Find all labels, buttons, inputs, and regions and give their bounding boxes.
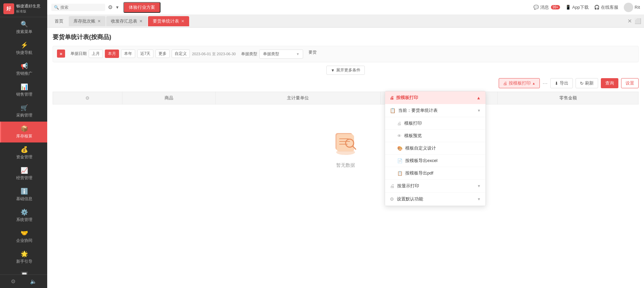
sidebar-label-search: 搜索菜单 <box>16 29 32 35</box>
user-profile[interactable]: Rit <box>624 3 640 12</box>
tab-order-summary[interactable]: 要货单统计表 ✕ <box>148 16 189 26</box>
tab-label-batch: 库存批次账 <box>74 18 95 24</box>
current-template-item[interactable]: 📋 当前：要货单统计表 ▼ <box>385 104 486 117</box>
template-print-item[interactable]: 🖨 模板打印 <box>385 117 486 130</box>
sidebar-item-sales[interactable]: 📊 销售管理 <box>0 80 47 101</box>
headset-icon: 🎧 <box>594 5 599 10</box>
phone-icon: 📱 <box>565 5 571 10</box>
sidebar-footer-speaker[interactable]: 🔈 <box>30 278 37 285</box>
search-input[interactable] <box>60 5 97 10</box>
tab-maximize-icon[interactable]: ⬜ <box>635 18 641 24</box>
settings-button[interactable]: 设置 <box>621 78 639 88</box>
logo-text: 畅捷通好生意 <box>16 4 40 9</box>
tab-home[interactable]: 首页 <box>50 16 68 26</box>
template-excel-item[interactable]: 📄 按模板导出excel <box>385 155 486 167</box>
print-button[interactable]: 🖨 按模板打印 ▲ <box>499 78 540 88</box>
sidebar-item-operation[interactable]: 📈 经营管理 <box>0 163 47 184</box>
sidebar-label-basic: 基础信息 <box>16 196 32 202</box>
date-btn-7days[interactable]: 近7天 <box>137 50 154 58</box>
current-template-icon: 📋 <box>390 108 396 113</box>
category-filter-section: 要货 <box>309 50 317 55</box>
tab-label-receipt: 收发存汇总表 <box>111 18 137 24</box>
tab-close-order[interactable]: ✕ <box>181 19 184 24</box>
sidebar-item-finance[interactable]: 💰 资金管理 <box>0 142 47 163</box>
expand-conditions-button[interactable]: ▼ 展开更多条件 <box>326 66 365 75</box>
sidebar-label-sales: 销售管理 <box>16 92 32 97</box>
template-pdf-item[interactable]: 📋 按模板导出pdf <box>385 167 486 180</box>
sidebar-item-inventory[interactable]: 📦 库存核算 <box>0 122 47 142</box>
sidebar-label-system: 系统管理 <box>16 217 32 223</box>
date-btn-custom[interactable]: 自定义 <box>172 50 190 58</box>
operation-icon: 📈 <box>21 167 28 174</box>
settings-icon[interactable]: ⚙ <box>108 4 113 10</box>
tab-minimize-icon[interactable]: ✕ <box>627 18 632 24</box>
sales-icon: 📊 <box>21 83 28 91</box>
table-gear-icon[interactable]: ⚙ <box>85 95 90 101</box>
empty-text: 暂无数据 <box>336 162 355 168</box>
print-header-icon: 🖨 <box>390 95 394 100</box>
tab-receipt-summary[interactable]: 收发存汇总表 ✕ <box>106 16 147 26</box>
toolbar: 🖨 按模板打印 ▲ 🖨 按模板打印 ▲ <box>53 78 639 88</box>
system-icon: ⚙️ <box>21 209 28 216</box>
date-btn-current-month[interactable]: 本月 <box>105 50 119 58</box>
sidebar-item-quick[interactable]: ⚡ 快捷导航 <box>0 38 47 59</box>
type-filter-select[interactable]: 单据类型 ▼ <box>259 50 303 59</box>
online-service-button[interactable]: 🎧 在线客服 <box>594 4 618 10</box>
sidebar-label-finance: 资金管理 <box>16 154 32 160</box>
avatar <box>624 3 633 12</box>
empty-icon <box>329 125 362 158</box>
dropdown-icon[interactable]: ▼ <box>115 5 119 10</box>
sidebar-item-basic[interactable]: ℹ️ 基础信息 <box>0 184 47 205</box>
message-icon: 💬 <box>533 5 539 10</box>
template-print-label: 模板打印 <box>404 120 422 126</box>
sidebar-item-search[interactable]: 🔍 搜索菜单 <box>0 17 47 38</box>
table-header-settings[interactable]: ⚙ <box>53 92 122 104</box>
sidebar-item-marketing[interactable]: 📢 营销推广 <box>0 59 47 80</box>
date-btn-more[interactable]: 更多 <box>155 50 170 58</box>
print-dropdown-header: 🖨 按模板打印 ▲ <box>385 91 486 104</box>
current-template-label: 当前：要货单统计表 <box>398 107 438 114</box>
refresh-icon: ↻ <box>580 81 584 86</box>
default-func-chevron: ▼ <box>477 197 481 201</box>
topbar: 🔍 ⚙ ▼ 体验行业方案 💬 消息 99+ 📱 App下载 🎧 在线客服 Rit <box>47 0 644 15</box>
trial-button[interactable]: 体验行业方案 <box>123 2 160 13</box>
logo-icon: 好 <box>3 3 14 14</box>
category-filter-label: 要货 <box>309 50 317 55</box>
sidebar-footer-settings[interactable]: ⚙ <box>11 278 16 285</box>
more-icon[interactable]: ··· <box>543 80 548 87</box>
sidebar-item-purchase[interactable]: 🛒 采购管理 <box>0 101 47 122</box>
sidebar: 好 畅捷通好生意 标准版 🔍 搜索菜单 ⚡ 快捷导航 📢 营销推广 📊 销售管理… <box>0 0 47 288</box>
query-button[interactable]: 查询 <box>601 78 618 88</box>
tab-inventory-batch[interactable]: 库存批次账 ✕ <box>69 16 106 26</box>
date-btn-current-year[interactable]: 本年 <box>121 50 135 58</box>
template-preview-item[interactable]: 👁 模板预览 <box>385 130 486 142</box>
data-table: ⚙ 商品 主计量单位 主数量 零售金额 <box>53 92 639 189</box>
page-content: 要货单统计表(按商品) » 单据日期 上月 本月 本年 近7天 更多 自定义 2… <box>47 28 644 288</box>
sidebar-item-appstore[interactable]: 🔲 应用中心 <box>0 268 47 275</box>
default-func-item[interactable]: ⚙ 设置默认功能 ▼ <box>385 193 486 206</box>
export-button[interactable]: ⬇ 导出 <box>550 78 573 88</box>
date-filter-label: 单据日期 <box>70 51 87 57</box>
sidebar-label-inventory: 库存核算 <box>16 133 32 139</box>
finance-icon: 💰 <box>21 146 28 153</box>
sidebar-item-system[interactable]: ⚙️ 系统管理 <box>0 205 47 226</box>
date-btn-last-month[interactable]: 上月 <box>89 50 103 58</box>
empty-state: 暂无数据 <box>53 104 639 189</box>
display-print-item[interactable]: 🖨 按显示打印 ▼ <box>385 180 486 193</box>
tab-close-receipt[interactable]: ✕ <box>139 19 143 24</box>
app-download-button[interactable]: 📱 App下载 <box>565 4 589 10</box>
template-design-item[interactable]: 🎨 模板自定义设计 <box>385 142 486 155</box>
sidebar-item-collab[interactable]: 🤝 企业协同 <box>0 226 47 247</box>
messages-button[interactable]: 💬 消息 99+ <box>533 4 560 10</box>
sidebar-item-guide[interactable]: 🌟 新手引导 <box>0 247 47 268</box>
excel-icon: 📄 <box>397 158 403 163</box>
filter-expand-button[interactable]: » <box>57 50 65 58</box>
refresh-button[interactable]: ↻ 刷新 <box>576 78 598 88</box>
tab-close-batch[interactable]: ✕ <box>97 19 101 24</box>
sidebar-footer: ⚙ 🔈 <box>0 275 47 288</box>
display-print-icon: 🖨 <box>390 183 394 189</box>
search-box[interactable]: 🔍 <box>51 4 105 11</box>
type-filter-label: 单据类型 <box>241 51 257 57</box>
quick-icon: ⚡ <box>21 41 28 49</box>
chevron-up-icon[interactable]: ▲ <box>476 95 481 100</box>
